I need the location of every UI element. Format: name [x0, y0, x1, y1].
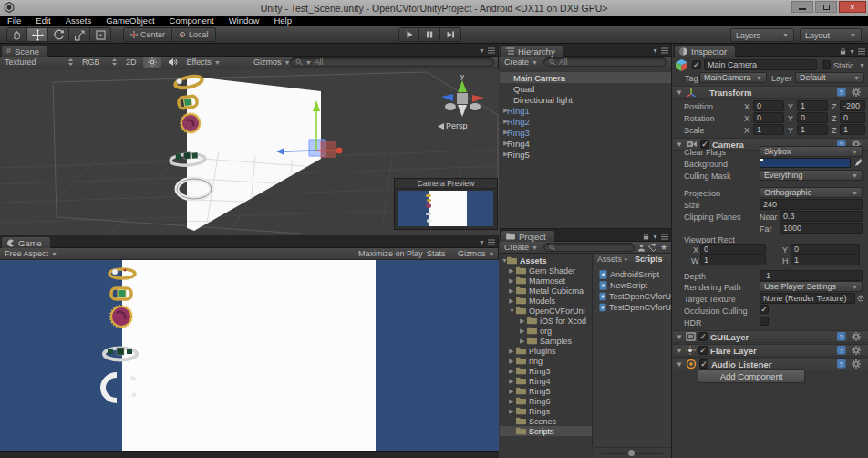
tree-item-ios-for-xcode[interactable]: ▶iOS for Xcod	[520, 316, 592, 326]
perspective-toggle[interactable]: Persp	[438, 121, 468, 130]
scene-viewport[interactable]: y Persp Camera Preview	[0, 69, 499, 235]
expand-arrow-icon[interactable]: ▶	[509, 348, 516, 355]
pivot-local-button[interactable]: Local	[172, 27, 216, 42]
tree-item-scenes[interactable]: Scenes	[509, 416, 592, 426]
stats-toggle[interactable]: Stats	[422, 248, 450, 260]
gameobject-name-field[interactable]: Main Camera	[704, 59, 817, 70]
foldout-arrow-icon[interactable]: ▼	[673, 88, 686, 97]
occlusion-culling-checkbox[interactable]: ✓	[760, 305, 769, 314]
tree-item-assets[interactable]: ▼Assets	[500, 255, 592, 265]
help-icon[interactable]: ?	[837, 332, 846, 341]
static-checkbox[interactable]	[822, 60, 831, 69]
guilayer-enabled-checkbox[interactable]: ✓	[698, 332, 708, 341]
expand-arrow-icon[interactable]: ▶	[520, 328, 527, 335]
tree-item-ring6[interactable]: ▶Ring6	[509, 396, 592, 406]
scene-search-input[interactable]: ▼ All	[290, 57, 494, 67]
game-gizmos-dropdown[interactable]: Gizmos▼	[453, 248, 499, 260]
tree-item-ring4[interactable]: ▶Ring4	[509, 376, 592, 386]
tab-inspector[interactable]: Inspector	[674, 45, 736, 57]
effects-dropdown[interactable]: Effects▼	[182, 57, 225, 68]
culling-mask-dropdown[interactable]: Everything▼	[760, 170, 863, 181]
step-button[interactable]	[440, 27, 461, 42]
viewport-y-field[interactable]: 0	[790, 244, 860, 255]
favorites-icon[interactable]: ★	[660, 243, 667, 252]
tab-scene[interactable]: # Scene	[1, 45, 48, 57]
gear-icon[interactable]	[852, 346, 861, 355]
position-x-field[interactable]: 0	[753, 100, 784, 111]
hierarchy-item-directional-light[interactable]: Directional light	[500, 94, 671, 105]
tree-item-plugins[interactable]: ▶Plugins	[509, 346, 592, 356]
menu-file[interactable]: File	[0, 16, 28, 26]
slider-knob[interactable]	[628, 450, 635, 456]
close-button[interactable]: ×	[839, 1, 866, 13]
collapse-arrow-icon[interactable]: ▼	[500, 257, 507, 264]
layer-dropdown[interactable]: Default▼	[795, 72, 864, 83]
layout-dropdown[interactable]: Layout▼	[800, 28, 862, 42]
tag-dropdown[interactable]: MainCamera▼	[699, 72, 767, 83]
near-field[interactable]: 0.3	[780, 211, 863, 222]
expand-arrow-icon[interactable]: ▶	[509, 358, 516, 365]
project-search-input[interactable]	[543, 243, 635, 252]
help-icon[interactable]: ?	[837, 88, 846, 97]
tree-item-ring[interactable]: ▶ring	[509, 356, 592, 366]
flare-enabled-checkbox[interactable]: ✓	[698, 346, 708, 355]
breadcrumb-current[interactable]: Scripts	[635, 255, 663, 264]
viewport-h-field[interactable]: 1	[790, 255, 860, 265]
gear-icon[interactable]	[852, 359, 861, 369]
foldout-arrow-icon[interactable]: ▼	[673, 333, 686, 341]
hand-tool-button[interactable]	[6, 27, 27, 42]
foldout-arrow-icon[interactable]: ▼	[673, 347, 686, 355]
menu-window[interactable]: Window	[222, 16, 267, 26]
aspect-dropdown[interactable]: Free Aspect▼	[0, 248, 62, 260]
hierarchy-panel-menu[interactable]: ▼	[652, 47, 668, 54]
tree-item-ring5[interactable]: ▶Ring5	[509, 386, 592, 396]
object-picker-icon[interactable]	[857, 295, 864, 302]
expand-arrow-icon[interactable]: ▶	[509, 297, 516, 305]
expand-arrow-icon[interactable]: ▶	[509, 287, 516, 295]
flare-layer-header[interactable]: ▼ ✓ Flare Layer ?	[673, 344, 868, 357]
tree-item-opencvforunity[interactable]: ▼OpenCVForUni	[509, 306, 592, 316]
tab-hierarchy[interactable]: Hierarchy	[501, 45, 564, 57]
expand-arrow-icon[interactable]: ▶	[509, 398, 516, 405]
audio-listener-enabled-checkbox[interactable]: ✓	[699, 359, 708, 369]
maximize-button[interactable]	[815, 1, 837, 13]
expand-arrow-icon[interactable]: ▶	[509, 378, 516, 385]
file-newscript[interactable]: #NewScript	[599, 280, 671, 291]
tree-item-marmoset[interactable]: ▶Marmoset	[509, 276, 592, 286]
file-androidscript[interactable]: #AndroidScript	[599, 269, 671, 280]
expand-arrow-icon[interactable]: ▶	[500, 151, 507, 158]
label-icon[interactable]	[648, 244, 656, 252]
hierarchy-item-main-camera[interactable]: Main Camera	[500, 72, 671, 83]
position-z-field[interactable]: -200	[840, 100, 865, 111]
expand-arrow-icon[interactable]: ▶	[500, 107, 507, 114]
breadcrumb-root[interactable]: Assets	[597, 255, 622, 264]
game-panel-menu[interactable]: ▼	[479, 239, 495, 245]
menu-help[interactable]: Help	[266, 16, 299, 26]
play-button[interactable]	[398, 27, 419, 42]
file-testopencv-1[interactable]: #TestOpenCVforU	[599, 291, 671, 302]
tree-item-metal-cubicma[interactable]: ▶Metal Cubicma	[509, 286, 592, 296]
rotation-z-field[interactable]: 0	[840, 112, 865, 123]
asset-store-icon[interactable]	[637, 244, 646, 252]
project-panel-menu[interactable]: ▼	[643, 233, 668, 241]
guilayer-header[interactable]: ▼ ✓ GUILayer ?	[673, 330, 868, 343]
tree-item-scripts[interactable]: Scripts	[500, 426, 592, 436]
pause-button[interactable]	[419, 27, 440, 42]
viewport-w-field[interactable]: 1	[700, 255, 766, 265]
expand-arrow-icon[interactable]: ▶	[509, 368, 516, 375]
inspector-panel-menu[interactable]: ▼	[840, 47, 865, 56]
hierarchy-item-ring5[interactable]: ▶Ring5	[500, 149, 671, 160]
rotation-x-field[interactable]: 0	[753, 112, 784, 123]
rect-tool-button[interactable]	[90, 27, 111, 42]
scale-x-field[interactable]: 1	[753, 124, 784, 135]
menu-edit[interactable]: Edit	[28, 16, 57, 26]
file-testopencv-2[interactable]: #TestOpenCVforU	[599, 302, 671, 313]
scene-gizmos-dropdown[interactable]: Gizmos▼	[249, 57, 294, 68]
menu-assets[interactable]: Assets	[58, 16, 99, 26]
lighting-toggle[interactable]	[143, 57, 161, 68]
tree-item-gem-shader[interactable]: ▶Gem Shader	[509, 265, 592, 276]
eyedropper-icon[interactable]	[854, 158, 863, 167]
tree-item-samples[interactable]: ▶Samples	[520, 336, 592, 346]
size-field[interactable]: 240	[760, 199, 863, 210]
depth-field[interactable]: -1	[760, 270, 863, 281]
